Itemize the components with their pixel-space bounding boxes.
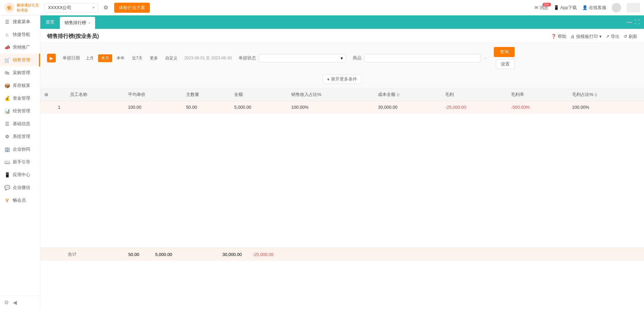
row-gross: -25,000.00 (441, 101, 507, 113)
date-btn-this-year[interactable]: 本年 (114, 54, 128, 62)
collapse-icon[interactable]: ◀ (13, 299, 17, 306)
row-settings (40, 101, 52, 113)
apps-icon: 📱 (4, 172, 10, 177)
gross-pct-info-icon: i (595, 93, 597, 97)
status-select[interactable]: ▾ (259, 54, 346, 62)
message-badge: 99+ (543, 3, 551, 6)
guide-icon: 📖 (4, 159, 10, 165)
filter-toggle-btn[interactable]: ▶ (47, 54, 56, 62)
sidebar-item-basic[interactable]: ☰ 基础信息 (0, 117, 40, 130)
sidebar-item-operation[interactable]: 📊 经营管理 (0, 105, 40, 117)
date-btn-this-month[interactable]: 本月 (98, 54, 112, 62)
row-rank: 1 (52, 101, 66, 113)
sidebar-item-label: 快捷导航 (13, 32, 30, 38)
tab-label: 销售排行榜 (65, 20, 86, 26)
sidebar-item-purchase[interactable]: 🛍 采购管理 (0, 66, 40, 79)
sidebar-item-finance[interactable]: 💰 资金管理 (0, 92, 40, 105)
sidebar-item-enterprise[interactable]: 🏢 企业协同 (0, 143, 40, 156)
refresh-btn[interactable]: ↺ 刷新 (624, 34, 637, 40)
settings-icon-btn[interactable]: ⚙ (101, 3, 111, 13)
goods-search-input[interactable] (364, 54, 481, 62)
print-btn[interactable]: 🖨 按模板打印 ▾ (570, 34, 602, 40)
wechat-icon: 💬 (4, 185, 10, 190)
action-buttons: 查询 设置 (494, 47, 515, 69)
cost-info-icon: i (397, 93, 399, 97)
sidebar-item-sales[interactable]: 🛒 销售管理 (0, 54, 40, 66)
svg-text:畅: 畅 (7, 5, 12, 10)
date-btn-custom[interactable]: 自定义 (162, 54, 180, 62)
chevron-down-icon: ▾ (93, 6, 94, 9)
sidebar-item-inventory[interactable]: 📦 库存核算 (0, 79, 40, 92)
col-sales-pct: 销售收入占比% (287, 88, 374, 101)
col-qty: 主数量 (182, 88, 230, 101)
row-avg-price: 100.00 (124, 101, 182, 113)
operation-icon: 📊 (4, 108, 10, 114)
tab-sales-ranking[interactable]: 销售排行榜 × (60, 17, 95, 29)
status-select-chevron: ▾ (341, 56, 343, 61)
basic-icon: ☰ (4, 121, 10, 126)
tab-home[interactable]: 首页 (40, 15, 60, 29)
filter-area: ▶ 单据日期 上月 本月 本年 近7天 更多 自定义 (40, 43, 644, 88)
date-btn-last-month[interactable]: 上月 (83, 54, 97, 62)
query-button[interactable]: 查询 (494, 47, 515, 57)
sidebar-item-apps[interactable]: 📱 应用中心 (0, 168, 40, 181)
col-settings[interactable]: ⚙ (40, 88, 52, 101)
sidebar-item-system[interactable]: ⚙ 系统管理 (0, 130, 40, 143)
date-range-display: 2023-06-01 至 2023-06-30 (184, 55, 232, 61)
app-download-btn[interactable]: 📱 App下载 (554, 5, 577, 11)
sidebar-item-label: 企业协同 (13, 146, 30, 152)
logo-icon: 畅 (4, 2, 15, 13)
member-icon: V (4, 198, 10, 203)
sidebar-item-guide[interactable]: 📖 新手引导 (0, 156, 40, 168)
sidebar-item-marketing[interactable]: 📣 营销推广 (0, 41, 40, 54)
row-sales-pct: 100.00% (287, 101, 374, 113)
expand-conditions-btn[interactable]: ▾ 展开更多条件 (323, 74, 361, 84)
settings-button[interactable]: 设置 (496, 59, 515, 69)
online-service-btn[interactable]: 👤 在线客服 (582, 5, 606, 11)
sidebar-item-member[interactable]: V 畅会员 (0, 194, 40, 207)
goods-filter-label: 商品 (353, 55, 361, 61)
company-selector[interactable]: XXXXX公司 ▾ (44, 3, 98, 12)
date-btn-more[interactable]: 更多 (147, 54, 161, 62)
sidebar-item-label: 畅会员 (13, 197, 26, 203)
help-btn[interactable]: ❓ 帮助 (551, 34, 566, 40)
content-spacer (40, 113, 644, 248)
message-btn[interactable]: ✉ 消息 99+ (534, 5, 548, 11)
finance-icon: 💰 (4, 96, 10, 101)
settings-bottom-icon[interactable]: ⚙ (4, 299, 9, 306)
message-icon: ✉ (534, 5, 538, 10)
footer-qty: 50.00 (124, 252, 151, 257)
export-btn[interactable]: ↗ 导出 (606, 34, 619, 40)
table-footer: 合计 50.00 5,000.00 30,000.00 -25,000.00 (40, 248, 644, 261)
home-icon: ⌂ (4, 32, 10, 37)
avatar[interactable] (612, 3, 621, 12)
sidebar-item-label: 营销推广 (13, 44, 30, 50)
purchase-icon: 🛍 (4, 70, 10, 75)
sidebar-item-label: 应用中心 (13, 172, 30, 178)
goods-more-btn[interactable]: ··· (484, 56, 487, 60)
table-row: 1 100.00 50.00 5,000.00 100.00% 30,000.0… (40, 101, 644, 113)
page-header: 销售排行榜(按业务员) ❓ 帮助 🖨 按模板打印 ▾ ↗ (40, 29, 644, 43)
date-btn-7days[interactable]: 近7天 (129, 54, 145, 62)
col-avg-price: 平均单价 (124, 88, 182, 101)
data-table: ⚙ 员工名称 平均单价 主数量 全额 销售收入占比% 成本全额 i 毛利 毛利率 (40, 88, 644, 113)
top-bar-right: ✉ 消息 99+ 📱 App下载 👤 在线客服 (534, 3, 640, 12)
sidebar-item-search[interactable]: ☰ 搜索菜单 (0, 15, 40, 28)
filter-row: ▶ 单据日期 上月 本月 本年 近7天 更多 自定义 (47, 47, 637, 69)
row-cost: 30,000.00 (374, 101, 441, 113)
tab-minimize-icon[interactable]: — (627, 19, 632, 25)
page-title: 销售排行榜(按业务员) (47, 33, 99, 40)
trial-button[interactable]: 体验行业方案 (114, 3, 150, 13)
table-body: 1 100.00 50.00 5,000.00 100.00% 30,000.0… (40, 101, 644, 113)
sidebar-item-label: 采购管理 (13, 70, 30, 76)
tab-maximize-icon[interactable]: ⛶ (635, 19, 640, 25)
enterprise-icon: 🏢 (4, 147, 10, 152)
sidebar-item-wechat[interactable]: 💬 企业微信 (0, 181, 40, 194)
tab-close-icon[interactable]: × (88, 21, 90, 25)
sidebar-item-label: 经营管理 (13, 108, 30, 114)
search-menu-icon: ☰ (4, 19, 10, 24)
sidebar-item-shortcut[interactable]: ⌂ 快捷导航 (0, 28, 40, 41)
footer-gross: -25,000.00 (249, 252, 279, 257)
row-qty: 50.00 (182, 101, 230, 113)
inventory-icon: 📦 (4, 83, 10, 88)
